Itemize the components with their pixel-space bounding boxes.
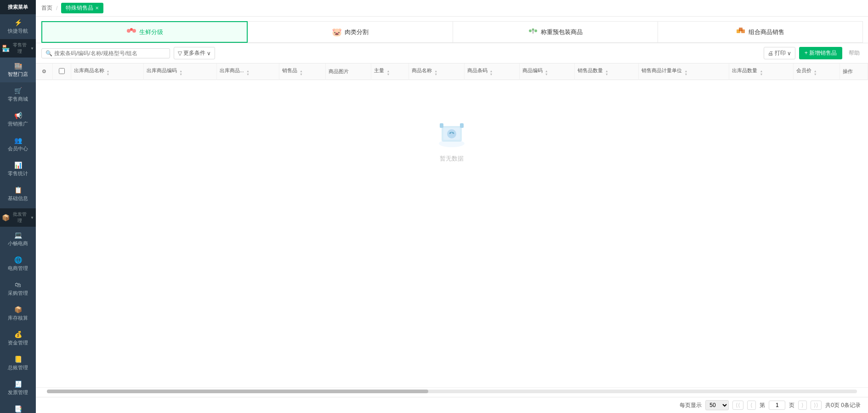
svg-point-15 [453,132,454,134]
sort-out-spec[interactable]: ▲▼ [246,69,250,76]
page-input[interactable]: 1 [769,401,785,410]
th-barcode: 商品条码 ▲▼ [464,63,519,80]
sidebar-item-invoice-mgmt[interactable]: 🧾 发票管理 [0,376,36,401]
retail-stats-icon: 📊 [14,161,22,169]
tab-fresh-grading[interactable]: 生鲜分级 [41,21,248,43]
small-shop-icon: 💻 [14,231,22,239]
sidebar: 搜索菜单 ⚡ 快捷导航 🏪 零售管理 🏬 智慧门店 🛒 零售商城 📢 营销推广 … [0,0,36,413]
sidebar-item-ecomm-mgmt[interactable]: 🌐 电商管理 [0,252,36,276]
sort-sale-item[interactable]: ▲▼ [300,69,303,76]
sidebar-item-basic-info[interactable]: 📋 基础信息 [0,182,36,206]
scrollbar-track[interactable] [47,390,857,393]
th-sale-item: 销售品 ▲▼ [279,63,325,80]
sidebar-item-marketing[interactable]: 📢 营销推广 [0,107,36,132]
active-tab-label: 特殊销售品 [66,4,93,12]
th-setting[interactable]: ⚙ [36,63,52,80]
sort-product-code[interactable]: ▲▼ [545,69,548,76]
tab-combo-sales[interactable]: 组合商品销售 [658,21,863,43]
page-label-after: 页 [789,402,794,409]
sort-sale-unit[interactable]: ▲▼ [684,69,687,76]
sidebar-item-wholesale-mgmt[interactable]: 📦 批发管理 [0,208,36,227]
th-out-qty: 出库品数量 ▲▼ [729,63,793,80]
select-all-checkbox[interactable] [59,68,65,74]
sidebar-item-retail-mall[interactable]: 🛒 零售商城 [0,82,36,107]
tab-close-button[interactable]: ✕ [95,6,99,11]
weight-packaging-icon [528,27,538,37]
th-out-spec: 出库商品... ▲▼ [216,63,279,80]
table-body: 暂无数据 [36,80,868,200]
per-page-label: 每页显示 [680,402,702,409]
sidebar-item-inventory[interactable]: 📦 库存核算 [0,301,36,326]
category-tabs: 生鲜分级 🐷 肉类分割 称重预包装商品 [36,17,868,43]
sort-out-name[interactable]: ▲▼ [107,69,110,76]
search-input-wrap[interactable]: 🔍 [41,48,170,58]
sidebar-item-tax-mgmt[interactable]: 📑 税务管理 [0,401,36,413]
search-input[interactable] [54,50,165,57]
sidebar-item-retail-mgmt[interactable]: 🏪 零售管理 [0,39,36,57]
table-header: ⚙ 出库商品名称 ▲▼ 出库商品编码 ▲▼ [36,63,868,80]
filter-button[interactable]: ▽ 更多条件 ∨ [174,47,215,59]
invoice-mgmt-icon: 🧾 [14,380,22,388]
retail-mgmt-icon: 🏪 [2,45,10,52]
pagination-bar: 每页显示 50 10 20 100 ⟨⟨ ⟨ 第 1 页 ⟩ ⟩⟩ 共0页 0条… [36,397,868,413]
sort-out-qty[interactable]: ▲▼ [760,69,763,76]
toolbar: 🔍 ▽ 更多条件 ∨ 🖨 打印 ∨ + 新增销售品 帮助 [36,43,868,63]
sort-out-code[interactable]: ▲▼ [179,69,182,76]
retail-mall-icon: 🛒 [14,87,22,94]
sort-product-name[interactable]: ▲▼ [434,69,437,76]
search-icon: 🔍 [45,50,52,57]
print-icon: 🖨 [768,50,773,57]
per-page-select[interactable]: 50 10 20 100 [705,400,729,410]
th-checkbox[interactable] [52,63,71,80]
breadcrumb-divider: / [56,5,57,11]
smart-store-icon: 🏬 [14,62,22,69]
next-page-button[interactable]: ⟩ [798,401,807,410]
svg-point-14 [450,132,451,134]
last-page-button[interactable]: ⟩⟩ [811,401,822,410]
svg-rect-9 [739,28,743,31]
filter-icon: ▽ [178,50,182,57]
th-product-code: 商品编码 ▲▼ [519,63,574,80]
sort-barcode[interactable]: ▲▼ [490,69,493,76]
sidebar-item-purchase-mgmt[interactable]: 🛍 采购管理 [0,276,36,301]
sidebar-item-retail-stats[interactable]: 📊 零售统计 [0,157,36,182]
th-sale-qty: 销售品数量 ▲▼ [575,63,639,80]
products-table: ⚙ 出库商品名称 ▲▼ 出库商品编码 ▲▼ [36,63,868,200]
sidebar-item-small-shop[interactable]: 💻 小畅电商 [0,227,36,252]
first-page-button[interactable]: ⟨⟨ [732,401,743,410]
quick-nav-icon: ⚡ [14,19,22,26]
sort-weight[interactable]: ▲▼ [386,69,390,76]
sort-member-price[interactable]: ▲▼ [814,69,817,76]
page-content: 生鲜分级 🐷 肉类分割 称重预包装商品 [36,17,868,413]
sidebar-item-smart-store[interactable]: 🏬 智慧门店 [0,57,36,82]
scrollbar-thumb[interactable] [47,390,428,393]
sort-sale-qty[interactable]: ▲▼ [605,69,608,76]
general-ledger-icon: 📒 [14,356,22,363]
print-arrow-icon: ∨ [787,50,791,57]
sidebar-item-quick-nav[interactable]: ⚡ 快捷导航 [0,14,36,39]
marketing-icon: 📢 [14,112,22,119]
empty-icon [433,117,470,149]
tab-weight-packaging[interactable]: 称重预包装商品 [453,21,658,43]
prev-page-button[interactable]: ⟨ [747,401,756,410]
th-img: 商品图片 [326,63,371,80]
sidebar-item-general-ledger[interactable]: 📒 总账管理 [0,351,36,376]
tab-fresh-grading-label: 生鲜分级 [139,28,163,36]
print-button[interactable]: 🖨 打印 ∨ [764,47,795,59]
empty-state: 暂无数据 [36,80,868,200]
help-button[interactable]: 帮助 [846,47,862,59]
meat-cutting-icon: 🐷 [332,27,342,37]
members-icon: 👥 [14,137,22,144]
add-sale-product-button[interactable]: + 新增销售品 [799,47,842,59]
th-sale-unit: 销售商品计量单位 ▲▼ [639,63,729,80]
breadcrumb-home[interactable]: 首页 [41,4,52,12]
sidebar-item-members[interactable]: 👥 会员中心 [0,132,36,157]
sidebar-logo[interactable]: 搜索菜单 [0,0,36,14]
filter-label: 更多条件 [183,49,205,57]
total-label: 共0页 0条记录 [825,402,861,409]
combo-sales-icon [736,27,746,37]
svg-point-1 [130,28,133,31]
scrollbar-area [36,387,868,397]
sidebar-item-finance[interactable]: 💰 资金管理 [0,326,36,351]
tab-meat-cutting[interactable]: 🐷 肉类分割 [247,21,453,43]
